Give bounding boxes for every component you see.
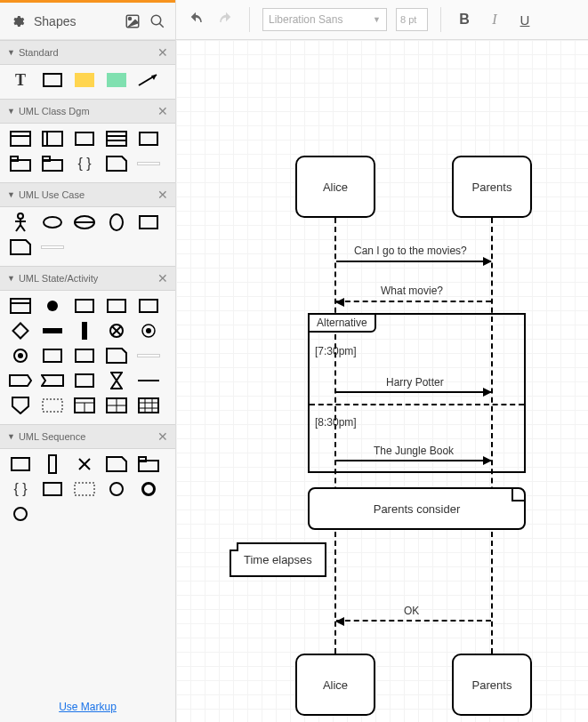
section-header-usecase[interactable]: ▼ UML Use Case ✕ bbox=[0, 182, 175, 207]
shape-initial[interactable] bbox=[39, 296, 66, 316]
shape-braces2[interactable]: { } bbox=[7, 479, 34, 499]
use-markup-link[interactable]: Use Markup bbox=[0, 692, 175, 722]
sequence-diagram[interactable]: Alice Parents Can I go to the movies? Wh… bbox=[176, 40, 588, 722]
message-arrow-return[interactable] bbox=[336, 301, 491, 302]
message-arrow[interactable] bbox=[336, 460, 491, 461]
section-header-state[interactable]: ▼ UML State/Activity ✕ bbox=[0, 266, 175, 291]
shape-class5[interactable] bbox=[135, 129, 162, 148]
message-arrow-return[interactable] bbox=[336, 620, 491, 622]
lifeline-alice-top[interactable]: Alice bbox=[295, 156, 375, 218]
lifeline-parents-top[interactable]: Parents bbox=[452, 156, 532, 218]
shape-class3[interactable] bbox=[71, 129, 98, 148]
shape-final2[interactable] bbox=[135, 321, 162, 341]
font-select[interactable]: Liberation Sans▼ bbox=[262, 8, 387, 31]
search-icon[interactable] bbox=[149, 12, 166, 30]
italic-button[interactable]: I bbox=[484, 9, 505, 30]
guard-condition[interactable]: [7:30pm] bbox=[315, 345, 357, 357]
shape-seq3[interactable] bbox=[135, 454, 162, 474]
close-icon[interactable]: ✕ bbox=[157, 104, 168, 118]
shape-rect2[interactable] bbox=[135, 213, 162, 232]
section-header-standard[interactable]: ▼ Standard ✕ bbox=[0, 40, 175, 65]
shape-braces[interactable]: { } bbox=[71, 154, 98, 173]
shape-note2[interactable] bbox=[7, 237, 34, 257]
shape-grid2[interactable] bbox=[103, 396, 130, 415]
note-parents-consider[interactable]: Parents consider bbox=[308, 487, 526, 530]
guard-condition[interactable]: [8:30pm] bbox=[315, 416, 357, 429]
shape-class4[interactable] bbox=[103, 129, 130, 148]
font-size-input[interactable] bbox=[396, 8, 428, 31]
shape-ellipse2[interactable] bbox=[71, 213, 98, 232]
message-label[interactable]: Harry Potter bbox=[386, 376, 444, 389]
shape-r1[interactable] bbox=[39, 346, 66, 365]
shape-seq2[interactable] bbox=[103, 454, 130, 474]
shape-note-green[interactable] bbox=[103, 70, 130, 90]
shape-state4[interactable] bbox=[135, 296, 162, 316]
shape-activation[interactable] bbox=[39, 454, 66, 474]
shape-r2[interactable] bbox=[71, 346, 98, 365]
message-label[interactable]: What movie? bbox=[381, 285, 443, 297]
shape-pkg2[interactable] bbox=[39, 154, 66, 173]
shape-state1[interactable] bbox=[7, 296, 34, 316]
message-label[interactable]: The Jungle Book bbox=[374, 445, 454, 457]
shape-state2[interactable] bbox=[71, 296, 98, 316]
lifeline-alice-bottom[interactable]: Alice bbox=[295, 654, 375, 716]
shape-signal1[interactable] bbox=[7, 371, 34, 390]
shape-arrow[interactable] bbox=[135, 70, 162, 90]
close-icon[interactable]: ✕ bbox=[157, 429, 168, 444]
shape-seqcirc2[interactable] bbox=[135, 479, 162, 499]
shape-seqcirc1[interactable] bbox=[103, 479, 130, 499]
shape-pkg[interactable] bbox=[7, 154, 34, 173]
shape-hourglass[interactable] bbox=[103, 371, 130, 390]
shape-final3[interactable] bbox=[7, 346, 34, 365]
bold-button[interactable]: B bbox=[454, 9, 475, 30]
message-arrow[interactable] bbox=[336, 391, 491, 393]
shape-final1[interactable] bbox=[103, 321, 130, 341]
time-elapses[interactable]: Time elapses bbox=[230, 542, 326, 577]
shape-dottedrect[interactable] bbox=[39, 396, 66, 415]
undo-button[interactable] bbox=[185, 9, 206, 30]
alt-label[interactable]: Alternative bbox=[308, 313, 376, 333]
close-icon[interactable]: ✕ bbox=[157, 188, 168, 202]
section-header-sequence[interactable]: ▼ UML Sequence ✕ bbox=[0, 424, 175, 449]
shape-line3[interactable] bbox=[135, 346, 162, 365]
shape-hbar[interactable] bbox=[39, 321, 66, 341]
message-arrow[interactable] bbox=[336, 261, 491, 262]
lifeline-parents-bottom[interactable]: Parents bbox=[452, 654, 532, 716]
shape-seq5[interactable] bbox=[71, 479, 98, 499]
shape-state3[interactable] bbox=[103, 296, 130, 316]
shape-vbar[interactable] bbox=[71, 321, 98, 341]
shape-line4[interactable] bbox=[135, 371, 162, 390]
close-icon[interactable]: ✕ bbox=[157, 271, 168, 285]
shape-grid1[interactable] bbox=[71, 396, 98, 415]
canvas[interactable]: Alice Parents Can I go to the movies? Wh… bbox=[176, 40, 588, 722]
shape-text[interactable]: T bbox=[7, 70, 34, 90]
message-label[interactable]: Can I go to the movies? bbox=[354, 245, 467, 257]
shape-ellipse3[interactable] bbox=[103, 213, 130, 232]
shape-seqcirc3[interactable] bbox=[7, 504, 34, 524]
shape-class2[interactable] bbox=[39, 129, 66, 148]
shape-note-yellow[interactable] bbox=[71, 70, 98, 90]
shape-seq1[interactable] bbox=[7, 454, 34, 474]
shape-actor[interactable] bbox=[7, 213, 34, 232]
shape-class[interactable] bbox=[7, 129, 34, 148]
shape-r4[interactable] bbox=[71, 371, 98, 390]
shape-ellipse[interactable] bbox=[39, 213, 66, 232]
shape-grid3[interactable] bbox=[135, 396, 162, 415]
shape-destroy[interactable] bbox=[71, 454, 98, 474]
shape-shield[interactable] bbox=[7, 396, 34, 415]
shape-r3[interactable] bbox=[103, 346, 130, 365]
gear-icon[interactable] bbox=[9, 12, 27, 30]
underline-button[interactable]: U bbox=[514, 9, 536, 30]
shape-note[interactable] bbox=[103, 154, 130, 173]
redo-button[interactable] bbox=[215, 9, 237, 30]
close-icon[interactable]: ✕ bbox=[157, 45, 168, 60]
section-header-class[interactable]: ▼ UML Class Dgm ✕ bbox=[0, 99, 175, 124]
shape-rect[interactable] bbox=[39, 70, 66, 90]
alt-divider[interactable] bbox=[310, 404, 524, 405]
shape-decision[interactable] bbox=[7, 321, 34, 341]
shape-line[interactable] bbox=[135, 154, 162, 173]
message-label[interactable]: OK bbox=[404, 605, 419, 617]
shape-signal2[interactable] bbox=[39, 371, 66, 390]
shape-line2[interactable] bbox=[39, 237, 66, 257]
image-icon[interactable] bbox=[124, 12, 141, 30]
